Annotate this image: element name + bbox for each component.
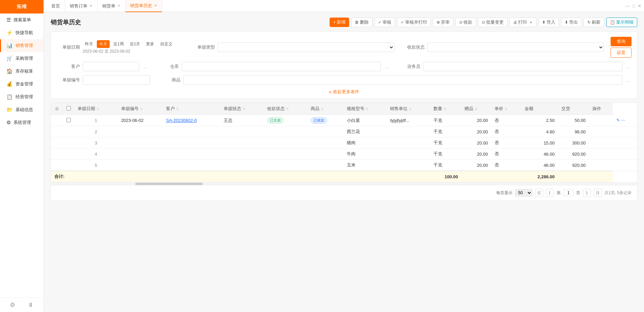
per-page-select[interactable]: 50 20 100 — [515, 189, 532, 197]
date-btn-last1month[interactable]: 近1月 — [128, 40, 143, 48]
warehouse-input[interactable] — [181, 62, 381, 71]
row-action-more[interactable]: ⋯ — [621, 118, 625, 123]
page-first-btn[interactable]: ⟨⟨ — [535, 189, 543, 197]
row-qty: 20.00 — [461, 126, 491, 137]
customer-sort-icon: ⇅ — [176, 107, 179, 111]
salesperson-ellipsis-btn[interactable]: ... — [625, 64, 632, 69]
date-btn-today[interactable]: 今天 — [97, 40, 110, 48]
tab-sales-order[interactable]: 销售订单 ✕ — [65, 0, 97, 12]
page-next-btn[interactable]: ⟩ — [583, 189, 591, 197]
row-doc-no[interactable]: SA-20230602-0 — [163, 115, 220, 126]
print-button[interactable]: 🖨 打印 ▼ — [509, 18, 536, 27]
tab-close-sales-history[interactable]: ✕ — [154, 3, 157, 8]
new-icon: + — [333, 20, 336, 25]
col-doc-no[interactable]: 单据编号 ⇅ — [118, 103, 163, 115]
filter-goods: 商品 ... — [157, 75, 632, 85]
sidebar-item-purchase-mgmt[interactable]: 🛒 采购管理 — [0, 52, 44, 65]
sidebar-settings-btn[interactable]: ⚙ — [10, 301, 15, 309]
row-doc-status — [264, 137, 307, 149]
goods-input[interactable] — [183, 75, 622, 85]
col-price[interactable]: 单价 ⇅ — [491, 103, 521, 115]
row-qty: 20.00 — [461, 115, 491, 126]
row-doc-no[interactable] — [163, 160, 220, 171]
col-goods[interactable]: 商品 ⇅ — [307, 103, 343, 115]
sidebar-item-sales-mgmt[interactable]: 📊 销售管理 — [0, 39, 44, 52]
payment-status-select[interactable] — [427, 43, 604, 52]
page-of-label: 页 — [576, 190, 580, 196]
audit-icon: ✓ — [378, 20, 382, 25]
tab-close-all-icon[interactable]: ✕ — [638, 3, 641, 8]
doc-type-select[interactable] — [218, 43, 394, 52]
date-btn-custom[interactable]: 自定义 — [158, 40, 175, 48]
pagination-info: 共1页, 5条记录 — [605, 190, 632, 196]
filter-date: 单据日期 昨天 今天 近1周 近1月 更多 自定义 2023-06-02 至 2… — [56, 40, 185, 54]
row-doc-no[interactable] — [163, 149, 220, 160]
sidebar-item-quick-nav[interactable]: ⚡ 快捷导航 — [0, 26, 44, 39]
col-gift[interactable]: 赠品 ⇅ — [461, 103, 491, 115]
row-action-edit[interactable]: ✎ — [616, 118, 620, 123]
receive-button[interactable]: ⊙ 收款 — [455, 18, 476, 27]
page-input[interactable] — [563, 189, 573, 196]
sidebar-item-system-mgmt[interactable]: ⚙ 系统管理 — [0, 116, 44, 129]
row-actions — [613, 160, 637, 171]
row-delivery — [589, 137, 613, 149]
show-detail-button[interactable]: 📋 显示明细 — [606, 18, 637, 27]
col-qty[interactable]: 数量 ⇅ — [430, 103, 461, 115]
abandon-button[interactable]: ⊗ 弃审 — [433, 18, 453, 27]
tab-close-sales-order[interactable]: ✕ — [89, 4, 92, 8]
tab-minimize-icon[interactable]: — — [625, 3, 629, 8]
batch-change-button[interactable]: ⊙ 批量变更 — [478, 18, 507, 27]
date-range-display: 2023-06-02 至 2023-06-02 — [83, 49, 175, 54]
date-btn-more[interactable]: 更多 — [144, 40, 157, 48]
filter-payment-status: 收款状态 — [401, 43, 604, 52]
goods-ellipsis-btn[interactable]: ... — [625, 78, 632, 83]
page-title: 销货单历史 — [51, 18, 81, 26]
sidebar-item-inventory-calc[interactable]: 🏠 库存核算 — [0, 65, 44, 78]
new-button[interactable]: + 新增 — [330, 18, 349, 27]
sidebar-item-operation-mgmt[interactable]: 📋 经营管理 — [0, 90, 44, 103]
sidebar-item-search-menu[interactable]: ☰ 搜索菜单 — [0, 14, 44, 26]
inventory-icon: 🏠 — [6, 68, 13, 74]
date-btn-last7days[interactable]: 近1周 — [111, 40, 126, 48]
export-button[interactable]: ⬇ 导出 — [561, 18, 582, 27]
warehouse-ellipsis-btn[interactable]: ... — [384, 64, 390, 69]
col-payment-status[interactable]: 收款状态 ⇅ — [264, 103, 307, 115]
col-customer[interactable]: 客户 ⇅ — [163, 103, 220, 115]
tab-sales-history[interactable]: 销货单历史 ✕ — [125, 0, 162, 12]
customer-ellipsis-btn[interactable]: ... — [142, 64, 148, 69]
col-unit[interactable]: 销售单位 ⇅ — [387, 103, 430, 115]
salesperson-input[interactable] — [423, 62, 622, 71]
tab-home[interactable]: 首页 — [47, 0, 65, 12]
date-btn-yesterday[interactable]: 昨天 — [83, 40, 95, 48]
horizontal-scrollbar[interactable] — [51, 182, 637, 185]
page-last-btn[interactable]: ⟩⟩ — [594, 189, 602, 197]
row-unit: 千克 — [430, 137, 461, 149]
delete-button[interactable]: 🗑 删除 — [351, 18, 372, 27]
tab-close-sales-goods[interactable]: ✕ — [117, 4, 120, 8]
tab-sales-goods[interactable]: 销货单 ✕ — [97, 0, 125, 12]
row-checkbox[interactable] — [66, 118, 71, 122]
select-all-checkbox[interactable] — [66, 106, 71, 110]
doc-no-input[interactable] — [83, 75, 150, 85]
col-doc-status[interactable]: 单据状态 ⇅ — [220, 103, 264, 115]
import-button[interactable]: ⬆ 导入 — [538, 18, 559, 27]
row-doc-no[interactable] — [163, 137, 220, 149]
table-gear-icon[interactable]: ⚙ — [55, 106, 59, 111]
sidebar-item-basic-info[interactable]: 📁 基础信息 — [0, 103, 44, 116]
customer-input[interactable] — [83, 62, 139, 71]
row-doc-no[interactable] — [163, 126, 220, 137]
audit-button[interactable]: ✓ 审核 — [374, 18, 395, 27]
query-button[interactable]: 查询 — [611, 37, 632, 46]
audit-print-button[interactable]: ✓ 审核并打印 — [397, 18, 431, 27]
tab-maximize-icon[interactable]: □ — [632, 3, 635, 8]
batch-change-icon: ⊙ — [482, 20, 485, 25]
col-date[interactable]: 单据日期 ⇅ — [74, 103, 118, 115]
refresh-button[interactable]: ↻ 刷新 — [584, 18, 604, 27]
page-prev-btn[interactable]: ⟨ — [546, 189, 554, 197]
sidebar-pause-btn[interactable]: ⏸ — [28, 302, 34, 309]
col-spec[interactable]: 规格型号 ⇅ — [343, 103, 387, 115]
filter-collapse-btn[interactable]: ∧ 收起更多条件 — [329, 89, 359, 95]
row-no: 4 — [74, 149, 118, 160]
sidebar-item-capital-mgmt[interactable]: 💰 资金管理 — [0, 78, 44, 90]
set-button[interactable]: 设置 — [611, 48, 632, 58]
